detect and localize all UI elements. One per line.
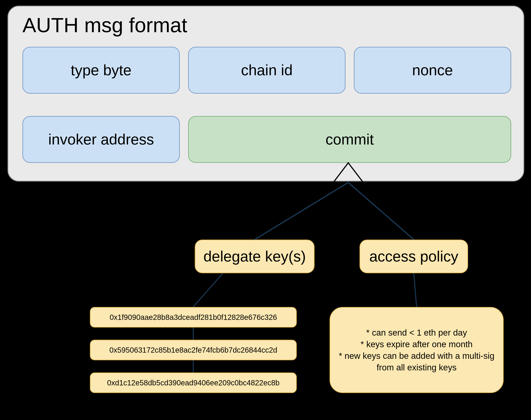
auth-title: AUTH msg format (22, 13, 187, 37)
field-chain-id: chain id (188, 47, 346, 94)
field-type-byte: type byte (22, 47, 180, 94)
svg-line-0 (255, 182, 348, 240)
field-commit: commit (188, 116, 511, 163)
delegate-key-1: 0x595063172c85b1e8ac2fe74fcb6b7dc26844cc… (90, 340, 297, 360)
policy-line-1: * keys expire after one month (336, 338, 498, 350)
field-nonce: nonce (354, 47, 511, 94)
field-invoker-address: invoker address (22, 116, 180, 163)
delegate-key-0: 0x1f9090aae28b8a3dceadf281b0f12828e676c3… (90, 307, 297, 328)
delegate-key-2: 0xd1c12e58db5cd390ead9406ee209c0bc4822ec… (90, 373, 297, 393)
svg-line-1 (348, 182, 414, 240)
node-delegate-keys: delegate key(s) (195, 240, 315, 273)
node-access-policy: access policy (360, 240, 468, 273)
policy-line-2: * new keys can be added with a multi-sig… (336, 350, 498, 373)
access-policy-details: * can send < 1 eth per day * keys expire… (330, 307, 504, 393)
policy-line-0: * can send < 1 eth per day (336, 327, 498, 338)
svg-line-2 (193, 273, 223, 307)
svg-line-5 (414, 273, 417, 307)
